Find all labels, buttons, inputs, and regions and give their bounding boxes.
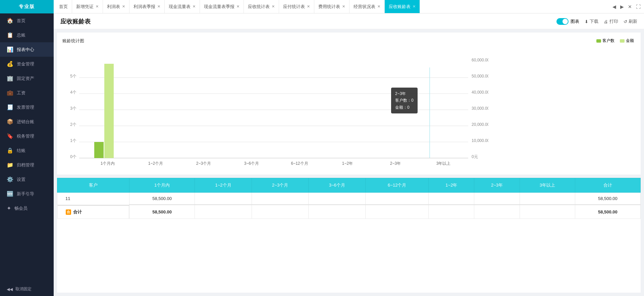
- tab-cashflow-quarterly-label: 现金流量表季报: [204, 4, 234, 10]
- chart-toggle[interactable]: 图表: [556, 18, 579, 25]
- tab-receivable-stats[interactable]: 应收统计表 ✕: [244, 0, 279, 13]
- tab-new-voucher[interactable]: 新增凭证 ✕: [72, 0, 103, 13]
- refresh-button[interactable]: ↺ 刷新: [624, 18, 637, 24]
- cell-m23: [252, 193, 309, 205]
- tab-profit-quarterly[interactable]: 利润表季报 ✕: [129, 0, 165, 13]
- sidebar-item-guide[interactable]: 🆕 新手引导: [0, 187, 54, 201]
- invoice-icon: 🧾: [7, 104, 13, 110]
- download-label: 下载: [590, 18, 598, 24]
- col-m612: 6~12个月: [366, 178, 429, 193]
- tab-next-button[interactable]: ▶: [618, 4, 626, 9]
- tab-profit-quarterly-close[interactable]: ✕: [157, 4, 160, 9]
- tab-payable-stats-close[interactable]: ✕: [307, 4, 310, 9]
- sidebar: 专业版 🏠 首页 📋 总账 📊 报表中心 💰 资金管理 🏢 固定资产 💼 工资 …: [0, 0, 54, 296]
- page-title: 应收账龄表: [60, 17, 91, 26]
- sidebar-item-closing[interactable]: 🔒 结账: [0, 143, 54, 158]
- tab-home[interactable]: 首页: [55, 0, 72, 13]
- cell-m36: [309, 193, 366, 205]
- tab-profit-close[interactable]: ✕: [122, 4, 125, 9]
- tab-business-status-label: 经营状况表: [354, 4, 375, 10]
- tab-cashflow-quarterly-close[interactable]: ✕: [236, 4, 239, 9]
- sidebar-item-purchase-sales[interactable]: 📦 进销台账: [0, 114, 54, 129]
- chart-svg: 0个 1个 2个 3个 4个 5个 0元 10,000.00元 20,000.0…: [62, 47, 488, 168]
- sidebar-item-settings[interactable]: ⚙️ 设置: [0, 172, 54, 187]
- aging-table: 客户 1个月内 1~2个月 2~3个月 3~6个月 6~12个月 1~2年 2~…: [57, 178, 641, 219]
- tab-new-voucher-label: 新增凭证: [76, 4, 94, 10]
- salary-icon: 💼: [7, 90, 13, 96]
- col-customer: 客户: [57, 178, 129, 193]
- svg-text:50,000.00元: 50,000.00元: [472, 74, 488, 79]
- tab-payable-stats[interactable]: 应付统计表 ✕: [279, 0, 314, 13]
- sidebar-item-archive[interactable]: 📁 归档管理: [0, 158, 54, 172]
- purchase-icon: 📦: [7, 118, 13, 125]
- sidebar-item-fixed-assets[interactable]: 🏢 固定资产: [0, 71, 54, 86]
- tab-cashflow-label: 现金流量表: [169, 4, 191, 10]
- sidebar-item-fund-management[interactable]: 💰 资金管理: [0, 57, 54, 71]
- sidebar-item-tax[interactable]: 🔖 税务管理: [0, 129, 54, 143]
- tab-cashflow-close[interactable]: ✕: [193, 4, 196, 9]
- tab-receivable-aging-close[interactable]: ✕: [413, 4, 416, 9]
- tab-bar: 首页 新增凭证 ✕ 利润表 ✕ 利润表季报 ✕ 现金流量表 ✕ 现金流量表季报 …: [54, 0, 644, 13]
- sidebar-label-settings: 设置: [17, 177, 25, 183]
- sidebar-label-archive: 归档管理: [17, 162, 34, 168]
- fund-icon: 💰: [7, 61, 13, 67]
- tab-cashflow-quarterly[interactable]: 现金流量表季报 ✕: [200, 0, 244, 13]
- tab-receivable-stats-label: 应收统计表: [248, 4, 270, 10]
- download-button[interactable]: ⬇ 下载: [585, 18, 598, 24]
- table-area: 客户 1个月内 1~2个月 2~3个月 3~6个月 6~12个月 1~2年 2~…: [57, 178, 641, 293]
- print-button[interactable]: 🖨 打印: [604, 18, 618, 24]
- sidebar-item-report-center[interactable]: 📊 报表中心: [0, 42, 54, 57]
- unpin-label: 取消固定: [15, 286, 32, 292]
- svg-text:10,000.00元: 10,000.00元: [472, 138, 488, 143]
- tab-maximize-button[interactable]: ⛶: [634, 4, 643, 9]
- tab-prev-button[interactable]: ◀: [610, 4, 618, 9]
- legend-amount-color: [620, 39, 625, 43]
- legend-amount: 金额: [620, 38, 634, 44]
- membership-icon: ✦: [7, 205, 11, 211]
- unpin-button[interactable]: ◀◀ 取消固定: [0, 282, 54, 296]
- tab-business-status[interactable]: 经营状况表 ✕: [350, 0, 385, 13]
- col-m12: 1~2个月: [195, 178, 252, 193]
- sidebar-label-membership: 畅会员: [14, 205, 28, 211]
- svg-text:1个月内: 1个月内: [101, 161, 115, 166]
- tab-cashflow[interactable]: 现金流量表 ✕: [165, 0, 200, 13]
- legend-amount-label: 金额: [626, 38, 634, 44]
- refresh-icon: ↺: [624, 19, 627, 24]
- tab-payable-stats-label: 应付统计表: [283, 4, 305, 10]
- tab-close-all-button[interactable]: ✕: [626, 4, 634, 9]
- svg-text:5个: 5个: [70, 74, 76, 79]
- sidebar-item-salary[interactable]: 💼 工资: [0, 86, 54, 100]
- cell-total: 58,500.00: [575, 193, 640, 205]
- col-total: 合计: [575, 178, 640, 193]
- print-label: 打印: [609, 18, 618, 24]
- sidebar-item-home[interactable]: 🏠 首页: [0, 13, 54, 28]
- total-m36: [309, 205, 366, 219]
- svg-text:60,000.00元: 60,000.00元: [472, 58, 488, 62]
- sidebar-label-general-ledger: 总账: [17, 32, 25, 38]
- app-logo: 专业版: [0, 0, 54, 13]
- total-icon: 合: [66, 209, 71, 215]
- svg-text:0元: 0元: [472, 154, 478, 159]
- tab-new-voucher-close[interactable]: ✕: [96, 4, 99, 9]
- tab-receivable-stats-close[interactable]: ✕: [272, 4, 275, 9]
- total-m23: [252, 205, 309, 219]
- total-total: 58,500.00: [575, 205, 640, 219]
- sidebar-item-membership[interactable]: ✦ 畅会员: [0, 201, 54, 215]
- tab-profit[interactable]: 利润表 ✕: [103, 0, 129, 13]
- tab-expense-stats-close[interactable]: ✕: [342, 4, 345, 9]
- legend-customer-color: [596, 39, 601, 43]
- tab-receivable-aging[interactable]: 应收账龄表 ✕: [385, 0, 420, 13]
- guide-icon: 🆕: [7, 191, 13, 197]
- toggle-switch-knob[interactable]: [556, 18, 569, 25]
- sidebar-label-salary: 工资: [17, 90, 25, 96]
- sidebar-item-general-ledger[interactable]: 📋 总账: [0, 28, 54, 42]
- tab-nav-buttons: ◀ ▶ ✕ ⛶: [610, 4, 643, 9]
- col-m36: 3~6个月: [309, 178, 366, 193]
- tab-business-status-close[interactable]: ✕: [377, 4, 380, 9]
- svg-text:3个: 3个: [70, 106, 76, 111]
- tab-expense-stats[interactable]: 费用统计表 ✕: [314, 0, 350, 13]
- cell-m12: [195, 193, 252, 205]
- total-y12: [429, 205, 474, 219]
- page-actions: 图表 ⬇ 下载 🖨 打印 ↺ 刷新: [556, 18, 637, 25]
- sidebar-item-invoice[interactable]: 🧾 发票管理: [0, 100, 54, 114]
